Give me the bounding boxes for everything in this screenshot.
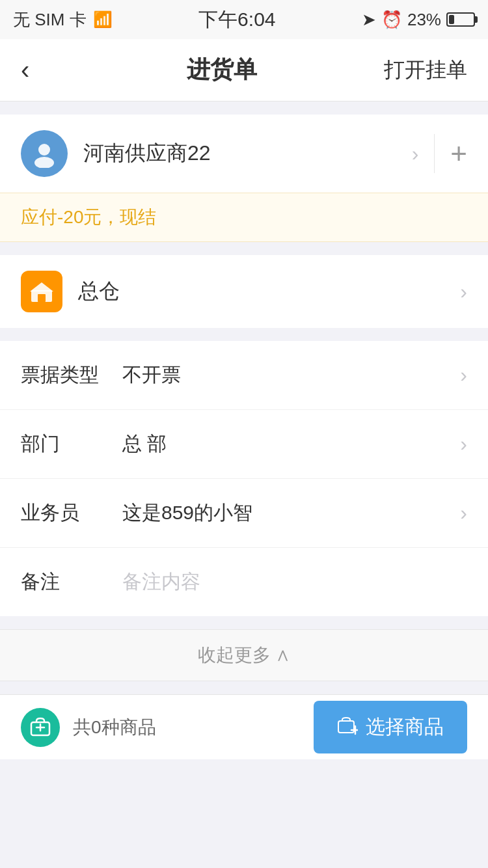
warehouse-chevron-icon: › [460,280,467,304]
svg-rect-6 [338,721,354,733]
supplier-name[interactable]: 河南供应商22 [83,139,412,168]
open-pending-button[interactable]: 打开挂单 [384,56,467,85]
dept-row[interactable]: 部门 总 部 › [0,410,488,479]
supplier-section: 河南供应商22 › + 应付-20元，现结 [0,115,488,242]
remarks-row[interactable]: 备注 备注内容 [0,548,488,616]
gap1 [0,102,488,115]
battery-percentage: 23% [407,10,441,30]
collapse-bar[interactable]: 收起更多 ∧ [0,629,488,681]
status-time: 下午6:04 [198,7,275,33]
supplier-row: 河南供应商22 › + [0,115,488,193]
notice-bar: 应付-20元，现结 [0,193,488,242]
wifi-icon: 📶 [93,10,113,29]
invoice-row[interactable]: 票据类型 不开票 › [0,341,488,410]
select-product-label: 选择商品 [366,714,444,740]
carrier-text: 无 SIM 卡 [13,8,87,31]
form-section: 票据类型 不开票 › 部门 总 部 › 业务员 这是859的小智 › 备注 备注… [0,341,488,616]
select-product-button[interactable]: 选择商品 [314,701,467,753]
page-title: 进货单 [187,54,257,86]
salesman-value: 这是859的小智 [112,500,460,526]
nav-bar: ‹ 进货单 打开挂单 [0,39,488,102]
svg-rect-4 [38,294,46,302]
collapse-label[interactable]: 收起更多 ∧ [198,643,291,668]
product-count-text: 共0种商品 [73,715,314,740]
remarks-input[interactable]: 备注内容 [112,569,467,595]
notice-text: 应付-20元，现结 [21,207,156,227]
warehouse-section: 总仓 › [0,255,488,328]
back-button[interactable]: ‹ [21,55,60,85]
product-count-icon [21,708,60,747]
invoice-value: 不开票 [112,362,460,388]
svg-point-0 [38,144,50,156]
invoice-chevron-icon: › [460,363,467,387]
status-carrier: 无 SIM 卡 📶 [13,8,113,31]
status-bar: 无 SIM 卡 📶 下午6:04 ➤ ⏰ 23% [0,0,488,39]
warehouse-name: 总仓 [78,277,460,306]
salesman-chevron-icon: › [460,501,467,525]
status-right: ➤ ⏰ 23% [362,10,475,30]
invoice-label: 票据类型 [21,362,112,388]
svg-marker-3 [30,282,53,292]
bottom-bar: 共0种商品 选择商品 [0,694,488,759]
dept-value: 总 部 [112,431,460,457]
salesman-label: 业务员 [21,500,112,526]
warehouse-icon [21,271,62,312]
svg-point-1 [34,157,54,168]
supplier-avatar [21,130,68,177]
battery-icon [446,12,475,27]
add-supplier-button[interactable]: + [450,137,467,170]
dept-chevron-icon: › [460,432,467,456]
warehouse-row[interactable]: 总仓 › [0,255,488,328]
location-icon: ➤ [362,10,376,30]
dept-label: 部门 [21,431,112,457]
supplier-chevron-icon: › [412,142,419,166]
alarm-icon: ⏰ [381,10,402,30]
remarks-label: 备注 [21,569,112,595]
divider [434,134,435,173]
salesman-row[interactable]: 业务员 这是859的小智 › [0,479,488,548]
